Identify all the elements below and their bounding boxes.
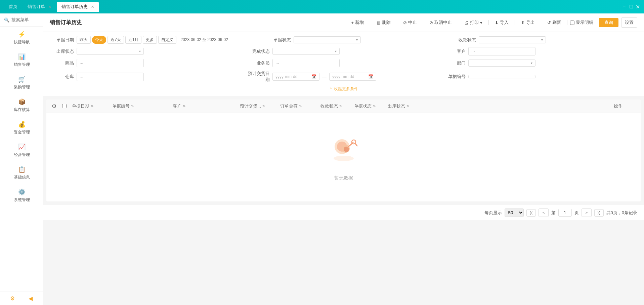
dept-control: ▾ [468,60,637,67]
customer-input[interactable]: ··· [468,47,535,55]
import-button[interactable]: ⬇ 导入 [491,18,512,27]
sort-date-icon: ⇅ [91,104,93,108]
col-warehouse[interactable]: 出库状态 ⇅ [385,103,419,109]
dept-select[interactable]: ▾ [468,60,535,67]
toolbar-divider-1 [370,20,370,25]
purchase-mgmt-icon: 🛒 [18,76,26,83]
date-btn-yesterday[interactable]: 昨天 [77,36,91,44]
settings-button[interactable]: 设置 [621,17,637,28]
date-filter-control: 昨天 今天 近7天 近1月 更多 自定义 2023-06-02 至 2023-0… [77,36,267,44]
print-dropdown-icon: ▾ [480,20,482,25]
order-status-select[interactable]: ▾ [294,36,361,43]
filter-row-3: 商品 ··· 业务员 ··· 部门 ▾ [50,59,637,67]
sidebar-bottom: ⚙ ◀ [0,292,43,305]
col-number[interactable]: 单据编号 ⇅ [110,103,170,109]
delete-button[interactable]: 🗑 删除 [373,18,394,27]
export-button[interactable]: ⬆ 导出 [518,18,538,27]
sidebar-item-finance[interactable]: 💰 资金管理 [0,117,43,139]
page-first-button[interactable]: ⟨⟨ [526,209,536,217]
filter-row-1: 单据日期 昨天 今天 近7天 近1月 更多 自定义 2023-06-02 至 2… [50,36,637,44]
delivery-date-label: 预计交货日期 [246,71,272,83]
page-last-button[interactable]: ⟩⟩ [594,209,604,217]
date-btn-1month[interactable]: 近1月 [125,36,142,44]
svg-point-0 [334,156,354,161]
order-number-input[interactable] [468,75,535,78]
order-status-control: ▾ [294,36,452,43]
table-settings-button[interactable]: ⚙ [49,101,59,111]
window-minimize-button[interactable]: － [621,3,627,10]
sort-warehouse-icon: ⇅ [406,104,409,108]
cancel-stop-icon: ⊘ [429,20,433,25]
search-icon: 🔍 [4,17,9,23]
page-next-button[interactable]: ＞ [582,208,592,217]
new-button[interactable]: + 新增 [348,18,367,27]
window-close-button[interactable]: ✕ [636,4,640,10]
page-unit: 页 [574,210,579,216]
query-button[interactable]: 查询 [599,18,618,27]
new-icon: + [351,20,354,25]
sidebar-item-purchase-mgmt[interactable]: 🛒 采购管理 [0,72,43,94]
tab-sales-order-close[interactable]: ✕ [48,5,51,9]
col-amount[interactable]: 订单金额 ⇅ [277,103,318,109]
calendar-icon-end: 📅 [368,74,373,79]
sidebar-collapse-button[interactable]: ◀ [29,295,33,302]
tab-sales-order[interactable]: 销售订单 ✕ [23,2,56,12]
refresh-button[interactable]: ↺ 刷新 [544,18,564,27]
sidebar-item-quick-nav[interactable]: ⚡ 快捷导航 [0,27,43,49]
salesperson-input[interactable]: ··· [272,59,340,67]
display-toggle[interactable]: 显示明细 [570,20,593,26]
operations-icon: 📈 [18,143,26,151]
page-header: 销售订单历史 + 新增 🗑 删除 ⊘ 中止 ⊘ [43,13,644,32]
col-payment[interactable]: 收款状态 ⇅ [318,103,351,109]
col-date[interactable]: 单据日期 ⇅ [69,103,110,109]
collapse-button[interactable]: ⌃ 收起更多条件 [329,86,358,92]
select-all-checkbox[interactable] [62,104,67,108]
order-status-label: 单据状态 [267,37,294,43]
col-delivery[interactable]: 预计交货... ⇅ [237,103,277,109]
window-maximize-button[interactable]: □ [630,4,633,10]
col-status[interactable]: 单据状态 ⇅ [351,103,385,109]
sidebar-item-base-info[interactable]: 📋 基础信息 [0,162,43,184]
date-btn-custom[interactable]: 自定义 [158,36,176,44]
table-select-all[interactable] [59,104,69,108]
cancel-stop-button[interactable]: ⊘ 取消中止 [426,18,455,27]
display-toggle-checkbox[interactable] [570,21,574,25]
payment-status-select[interactable]: ▾ [479,36,546,43]
sidebar-settings-button[interactable]: ⚙ [10,295,15,302]
date-btn-group: 昨天 今天 近7天 近1月 更多 自定义 [77,36,176,44]
search-menu[interactable]: 🔍 搜索菜单 [0,13,43,27]
chevron-down-icon-4: ▾ [335,49,337,53]
warehouse-status-select[interactable]: ▾ [77,48,144,55]
warehouse-status-control: ▾ [77,48,246,55]
inventory-icon: 📦 [18,98,26,106]
sidebar-item-operations[interactable]: 📈 经营管理 [0,139,43,162]
date-btn-more[interactable]: 更多 [143,36,157,44]
filter-row-4: 仓库 ··· 预计交货日期 yyyy-mm-dd 📅 — yyyy-mm-dd … [50,71,637,83]
goods-input[interactable]: ··· [77,59,144,67]
sidebar-item-inventory[interactable]: 📦 库存核算 [0,94,43,117]
delivery-date-start[interactable]: yyyy-mm-dd 📅 [272,73,319,81]
page-title: 销售订单历史 [50,19,82,26]
date-btn-7days[interactable]: 近7天 [108,36,124,44]
top-bar: 首页 销售订单 ✕ 销售订单历史 ✕ － □ ✕ [0,0,644,13]
page-number-input[interactable] [558,209,572,217]
date-separator: — [322,74,327,79]
print-button[interactable]: 🖨 打印 ▾ [461,18,486,27]
sidebar-item-sys-mgmt[interactable]: ⚙️ 系统管理 [0,184,43,207]
delivery-date-end[interactable]: yyyy-mm-dd 📅 [329,73,376,81]
tab-sales-order-history[interactable]: 销售订单历史 ✕ [57,2,99,12]
tab-home[interactable]: 首页 [4,2,22,12]
complete-status-select[interactable]: ▾ [272,48,340,55]
stop-button[interactable]: ⊘ 中止 [400,18,420,27]
finance-icon: 💰 [18,121,26,128]
page-prev-button[interactable]: ＜ [539,208,549,217]
tab-sales-order-history-close[interactable]: ✕ [91,5,94,9]
warehouse-input[interactable]: ··· [77,73,144,81]
col-customer[interactable]: 客户 ⇅ [170,103,237,109]
sidebar-item-sales-mgmt[interactable]: 📊 销售管理 [0,49,43,72]
sort-customer-icon: ⇅ [183,104,185,108]
page-size-select[interactable]: 50 10 20 100 [505,208,524,217]
goods-label: 商品 [50,60,77,66]
date-btn-today[interactable]: 今天 [92,36,106,44]
dept-label: 部门 [441,60,468,66]
